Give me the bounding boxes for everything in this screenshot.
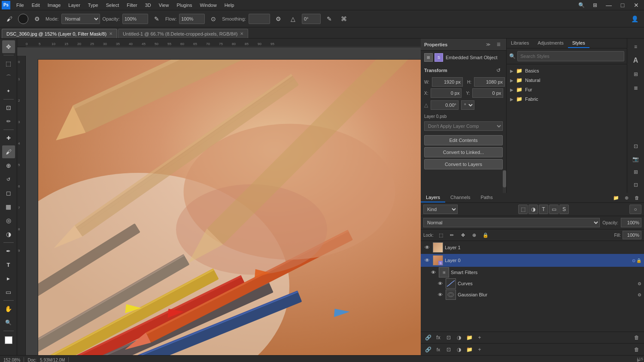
menu-select[interactable]: Select [103, 2, 123, 9]
convert-to-linked-btn[interactable]: Convert to Linked... [424, 147, 503, 157]
right-sidebar-camera-btn[interactable]: 📷 [629, 153, 642, 166]
smoothing-settings-btn[interactable]: ⚙ [273, 13, 285, 25]
br-mask-btn[interactable]: ⊡ [444, 345, 453, 354]
right-sidebar-grid-btn[interactable]: ⊡ [629, 178, 642, 191]
layers-tab-channels[interactable]: Channels [445, 193, 475, 202]
lock-all-btn[interactable]: 🔒 [481, 231, 490, 239]
tool-dodge[interactable]: ◑ [2, 228, 15, 241]
styles-item-fur[interactable]: ▶ 📁 Fur [508, 85, 625, 94]
opacity-value-input[interactable] [621, 218, 641, 227]
tool-eyedropper[interactable]: ✏ [2, 115, 15, 128]
layers-new-group-btn[interactable]: 📁 [611, 193, 621, 202]
right-sidebar-layers-btn[interactable]: ⊡ [629, 140, 642, 153]
styles-item-natural[interactable]: ▶ 📁 Natural [508, 75, 625, 85]
filter-toggle-btn[interactable]: ○ [629, 205, 641, 214]
brush-preset-btn[interactable]: 🖌 115 [3, 13, 15, 25]
br-link-btn[interactable]: 🔗 [423, 345, 433, 354]
tab-1-close[interactable]: ✕ [240, 31, 243, 36]
layers-new-fill-btn[interactable]: ⊕ [622, 193, 631, 202]
tool-eraser[interactable]: ◻ [2, 187, 15, 199]
convert-to-layers-btn[interactable]: Convert to Layers [424, 159, 503, 169]
tool-select-rect[interactable]: ⬚ [2, 57, 15, 70]
add-style-btn[interactable]: fx [434, 333, 443, 342]
layer-comp-select[interactable]: Don't Apply Layer Comp [424, 121, 503, 131]
tool-blur[interactable]: ◎ [2, 214, 15, 227]
angle-input[interactable]: 0° [302, 14, 321, 24]
tab-styles[interactable]: Styles [568, 39, 589, 48]
tool-zoom[interactable]: 🔍 [2, 316, 15, 329]
blur-visibility-toggle[interactable]: 👁 [436, 291, 444, 299]
add-mask-btn[interactable]: ⊡ [444, 333, 453, 342]
br-new-btn[interactable]: + [475, 345, 484, 354]
maximize-btn[interactable]: □ [617, 0, 629, 11]
color-swatches[interactable] [2, 334, 15, 346]
styles-item-basics[interactable]: ▶ 📁 Basics [508, 66, 625, 75]
menu-file[interactable]: File [13, 2, 27, 9]
filter-smart-btn[interactable]: S [559, 205, 569, 214]
smart-filters-visibility-toggle[interactable]: 👁 [429, 268, 437, 276]
tool-magic-wand[interactable]: ✦ [2, 84, 15, 97]
brush-settings-btn[interactable]: ⚙ [31, 13, 43, 25]
curves-visibility-toggle[interactable]: 👁 [436, 280, 444, 287]
menu-view[interactable]: View [155, 2, 173, 9]
br-fx-btn[interactable]: fx [434, 345, 443, 354]
br-delete-btn[interactable]: 🗑 [632, 345, 641, 354]
tool-history-brush[interactable]: ↺ [2, 173, 15, 186]
br-folder-btn[interactable]: 📁 [465, 345, 474, 354]
height-input[interactable] [474, 77, 505, 87]
curves-settings-icon[interactable]: ⚙ [638, 281, 641, 286]
new-layer-btn[interactable]: + [475, 333, 484, 342]
width-input[interactable] [432, 77, 463, 87]
right-sidebar-btn-3[interactable]: ⊞ [629, 68, 642, 81]
new-group-btn[interactable]: 📁 [465, 333, 474, 342]
pressure-opacity-btn[interactable]: ✎ [151, 13, 163, 25]
tool-brush[interactable]: 🖌 [2, 145, 15, 158]
filter-shape-btn[interactable]: ▭ [549, 205, 559, 214]
x-input[interactable] [431, 88, 462, 98]
opacity-input[interactable]: 100% [122, 14, 148, 24]
lock-position-btn[interactable]: ✥ [459, 231, 468, 239]
panel-expand-btn[interactable]: ≫ [484, 40, 492, 49]
layers-tab-layers[interactable]: Layers [421, 193, 445, 202]
flow-input[interactable]: 100% [179, 14, 205, 24]
layer-item-layer1[interactable]: 👁 Layer 1 [421, 241, 644, 254]
blend-mode-select[interactable]: Normal [423, 218, 600, 227]
transform-reset-btn[interactable]: ↺ [494, 66, 503, 75]
menu-3d[interactable]: 3D [142, 2, 155, 9]
pressure-btn[interactable]: ✎ [323, 13, 335, 25]
smoothing-input[interactable] [249, 14, 270, 24]
filter-pixel-btn[interactable]: ⬚ [518, 205, 528, 214]
layers-kind-select[interactable]: Kind [423, 205, 458, 214]
workspace-btn[interactable]: ⊞ [589, 0, 601, 11]
layer-item-curves[interactable]: 👁 Curves ⚙ [421, 278, 644, 289]
filter-adjust-btn[interactable]: ◑ [529, 205, 538, 214]
tab-1[interactable]: Untitled-1 @ 66.7% (8.Delete-cropped-pix… [118, 29, 248, 38]
filter-type-btn[interactable]: T [539, 205, 548, 214]
menu-image[interactable]: Image [44, 2, 64, 9]
canvas-document[interactable] [34, 56, 421, 355]
right-sidebar-table-btn[interactable]: ⊞ [629, 166, 642, 178]
symmetry-btn[interactable]: ⌘ [338, 13, 350, 25]
tool-lasso[interactable]: ⌒ [2, 71, 15, 84]
user-account-btn[interactable]: 👤 [629, 13, 641, 25]
lock-artboard-btn[interactable]: ⊕ [470, 231, 479, 239]
layer-item-gaussian-blur[interactable]: 👁 Gaussian Blur ⚙ [421, 289, 644, 300]
airbrush-btn[interactable]: ⊙ [207, 13, 219, 25]
tool-type[interactable]: T [2, 258, 15, 271]
right-sidebar-btn-2[interactable]: A [629, 54, 642, 67]
menu-edit[interactable]: Edit [28, 2, 43, 9]
close-btn[interactable]: ✕ [630, 0, 642, 11]
menu-filter[interactable]: Filter [123, 2, 140, 9]
layer-item-smart-filters[interactable]: 👁 ⊞ Smart Filters [421, 267, 644, 278]
tool-gradient[interactable]: ▦ [2, 200, 15, 213]
angle-btn[interactable]: △ [287, 13, 299, 25]
tool-hand[interactable]: ✋ [2, 302, 15, 315]
br-adj-btn[interactable]: ◑ [454, 345, 464, 354]
menu-layer[interactable]: Layer [65, 2, 84, 9]
panel-menu-btn[interactable]: ☰ [494, 40, 503, 49]
tool-crop[interactable]: ⊡ [2, 101, 15, 114]
layers-tab-paths[interactable]: Paths [476, 193, 498, 202]
tool-move[interactable]: ✥ [2, 40, 15, 53]
styles-search-input[interactable] [517, 51, 624, 61]
menu-help[interactable]: Help [221, 2, 238, 9]
